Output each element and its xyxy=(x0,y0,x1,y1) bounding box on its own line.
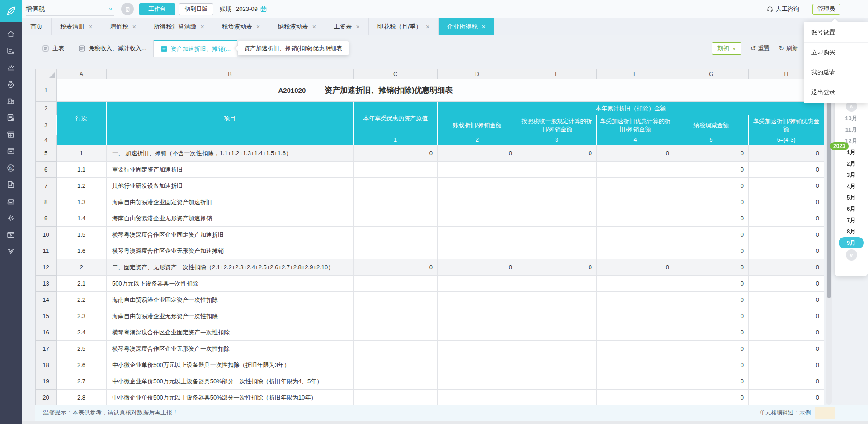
cell-item-1.1[interactable]: 重要行业固定资产加速折旧 xyxy=(107,162,354,178)
cell-line-2.2[interactable]: 2.2 xyxy=(57,292,107,308)
close-tab-icon[interactable]: × xyxy=(132,23,136,30)
cell-1.4-col-3[interactable] xyxy=(517,210,597,227)
cell-line-1.3[interactable]: 1.3 xyxy=(57,194,107,210)
cell-2-col-4[interactable]: 0 xyxy=(597,259,674,276)
app-logo[interactable] xyxy=(0,0,22,22)
cell-1.5-col-4[interactable] xyxy=(597,227,674,243)
cell-item-2.1[interactable]: 500万元以下设备器具一次性扣除 xyxy=(107,276,354,292)
switch-daily-button[interactable]: 切到日版 xyxy=(179,3,213,15)
cell-1.4-col-5[interactable]: 0 xyxy=(674,210,749,227)
tab-6[interactable]: 工资表× xyxy=(325,18,369,35)
cell-2.3-col-2[interactable] xyxy=(438,308,517,324)
cell-1-col-2[interactable]: 0 xyxy=(438,145,517,162)
refresh-button[interactable]: ↻ 刷新 xyxy=(778,44,798,52)
cell-2.1-col-3[interactable] xyxy=(517,276,597,292)
cell-2.3-col-6[interactable]: 0 xyxy=(749,308,824,324)
close-tab-icon[interactable]: × xyxy=(482,23,486,30)
cell-2-col-2[interactable]: 0 xyxy=(438,259,517,276)
cell-2.2-col-6[interactable]: 0 xyxy=(749,292,824,308)
cell-line-1.6[interactable]: 1.6 xyxy=(57,243,107,259)
cell-item-2.4[interactable]: 横琴粤澳深度合作区企业固定资产一次性扣除 xyxy=(107,324,354,341)
cell-1.1-col-2[interactable] xyxy=(438,162,517,178)
tab-4[interactable]: 税负波动表× xyxy=(213,18,269,35)
cell-2.4-col-3[interactable] xyxy=(517,324,597,341)
cell-item-2.2[interactable]: 海南自由贸易港企业固定资产一次性扣除 xyxy=(107,292,354,308)
cell-2.8-col-5[interactable]: 0 xyxy=(674,390,749,406)
row-number-12[interactable]: 12 xyxy=(36,259,57,276)
cell-1.4-col-1[interactable] xyxy=(354,210,438,227)
month-8[interactable]: 8月 xyxy=(839,226,864,237)
cell-1.6-col-6[interactable]: 0 xyxy=(749,243,824,259)
cell-1.3-col-1[interactable] xyxy=(354,194,438,210)
row-number-13[interactable]: 13 xyxy=(36,276,57,292)
cell-line-2.6[interactable]: 2.6 xyxy=(57,357,107,373)
row-number-6[interactable]: 6 xyxy=(36,162,57,178)
month-6[interactable]: 6月 xyxy=(839,203,864,214)
close-tab-icon[interactable]: × xyxy=(356,23,359,30)
tax-icon[interactable]: 税 xyxy=(0,159,22,176)
sheet-title-cell[interactable]: A201020资产加速折旧、摊销(扣除)优惠明细表 xyxy=(57,79,824,102)
cell-item-2.5[interactable]: 横琴粤澳深度合作区企业无形资产一次性扣除 xyxy=(107,341,354,357)
cell-2.4-col-5[interactable]: 0 xyxy=(674,324,749,341)
cell-1-col-6[interactable]: 0 xyxy=(749,145,824,162)
cell-line-1.2[interactable]: 1.2 xyxy=(57,178,107,194)
month-5[interactable]: 5月 xyxy=(839,192,864,203)
cell-1.6-col-3[interactable] xyxy=(517,243,597,259)
index-empty-b[interactable] xyxy=(107,135,354,145)
close-tab-icon[interactable]: × xyxy=(426,23,429,30)
cell-2.2-col-1[interactable] xyxy=(354,292,438,308)
cell-2.5-col-1[interactable] xyxy=(354,341,438,357)
header-accelerated-amount[interactable]: 享受加速折旧优惠计算的折旧/摊销金额 xyxy=(597,115,674,135)
period-picker[interactable]: 2023-09 xyxy=(235,3,268,15)
scrollbar-thumb[interactable] xyxy=(827,70,831,298)
user-menu-item-1[interactable]: 立即购买 xyxy=(804,43,868,62)
report-chart-icon[interactable] xyxy=(0,59,22,76)
row-number-15[interactable]: 15 xyxy=(36,308,57,324)
row-number-4[interactable]: 4 xyxy=(36,135,57,145)
tax-type-dropdown[interactable]: 增值税 ∨ xyxy=(26,2,114,16)
cell-2-col-5[interactable]: 0 xyxy=(674,259,749,276)
row-number-20[interactable]: 20 xyxy=(36,390,57,406)
cell-1.1-col-3[interactable] xyxy=(517,162,597,178)
close-tab-icon[interactable]: × xyxy=(89,23,92,30)
header-item[interactable]: 项目 xyxy=(107,102,354,135)
user-menu-item-3[interactable]: 退出登录 xyxy=(804,82,868,102)
row-number-5[interactable]: 5 xyxy=(36,145,57,162)
cell-1.2-col-4[interactable] xyxy=(597,178,674,194)
column-header-E[interactable]: E xyxy=(517,69,597,79)
column-header-A[interactable]: A xyxy=(57,69,107,79)
cell-2.3-col-1[interactable] xyxy=(354,308,438,324)
cell-1-col-3[interactable]: 0 xyxy=(517,145,597,162)
invoice-icon[interactable] xyxy=(0,42,22,59)
cell-2.3-col-4[interactable] xyxy=(597,308,674,324)
vertical-scrollbar[interactable] xyxy=(826,69,832,405)
cell-2.6-col-1[interactable] xyxy=(354,357,438,373)
header-group-accumulated[interactable]: 本年累计折旧（扣除）金额 xyxy=(438,102,824,115)
tab-3[interactable]: 所得税汇算清缴× xyxy=(145,18,213,35)
cell-line-2.7[interactable]: 2.7 xyxy=(57,373,107,390)
cell-2.1-col-6[interactable]: 0 xyxy=(749,276,824,292)
cell-2-col-6[interactable]: 0 xyxy=(749,259,824,276)
cell-2.5-col-5[interactable]: 0 xyxy=(674,341,749,357)
cell-item-2[interactable]: 二、固定资产、无形资产一次性扣除（2.1+2.2+2.3+2.4+2.5+2.6… xyxy=(107,259,354,276)
cell-1.4-col-4[interactable] xyxy=(597,210,674,227)
index-empty-a[interactable] xyxy=(57,135,107,145)
cell-1.5-col-6[interactable]: 0 xyxy=(749,227,824,243)
tab-8[interactable]: 企业所得税× xyxy=(439,18,494,35)
cell-2.6-col-6[interactable]: 0 xyxy=(749,357,824,373)
inbox-icon[interactable] xyxy=(0,193,22,210)
index-col-3[interactable]: 3 xyxy=(517,135,597,145)
row-number-18[interactable]: 18 xyxy=(36,357,57,373)
close-tab-icon[interactable]: × xyxy=(200,23,204,30)
column-header-C[interactable]: C xyxy=(354,69,438,79)
cell-1.2-col-6[interactable]: 0 xyxy=(749,178,824,194)
cell-2.8-col-4[interactable] xyxy=(597,390,674,406)
month-prev-0[interactable]: 10月 xyxy=(839,113,864,124)
cell-1.1-col-4[interactable] xyxy=(597,162,674,178)
cell-2.5-col-6[interactable]: 0 xyxy=(749,341,824,357)
row-number-16[interactable]: 16 xyxy=(36,324,57,341)
header-tax-reduction[interactable]: 纳税调减金额 xyxy=(674,115,749,135)
cell-2.6-col-2[interactable] xyxy=(438,357,517,373)
row-number-7[interactable]: 7 xyxy=(36,178,57,194)
cell-1.3-col-6[interactable]: 0 xyxy=(749,194,824,210)
